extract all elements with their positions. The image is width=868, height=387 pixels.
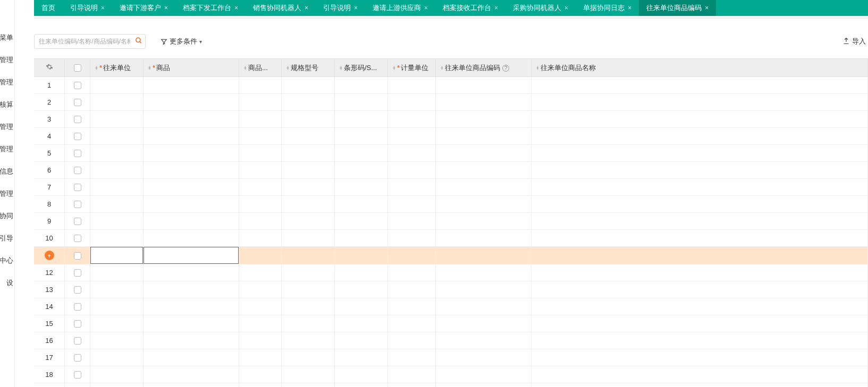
- tab[interactable]: 采购协同机器人×: [505, 0, 576, 16]
- cell[interactable]: [282, 196, 335, 213]
- cell[interactable]: [335, 264, 388, 281]
- row-checkbox[interactable]: [74, 371, 81, 379]
- cell[interactable]: [144, 332, 239, 349]
- cell[interactable]: [282, 281, 335, 298]
- cell[interactable]: [388, 247, 436, 264]
- cell[interactable]: [532, 145, 868, 162]
- cell[interactable]: [90, 145, 144, 162]
- column-header-ptype[interactable]: 商品...: [239, 59, 282, 77]
- cell[interactable]: [239, 281, 282, 298]
- cell[interactable]: [282, 366, 335, 383]
- cell[interactable]: [239, 315, 282, 332]
- cell[interactable]: [335, 213, 388, 230]
- cell[interactable]: [335, 281, 388, 298]
- cell[interactable]: [239, 94, 282, 111]
- close-icon[interactable]: ×: [628, 4, 631, 12]
- cell[interactable]: [282, 145, 335, 162]
- cell[interactable]: [144, 179, 239, 196]
- cell[interactable]: [144, 230, 239, 247]
- cell[interactable]: [282, 179, 335, 196]
- cell[interactable]: [144, 128, 239, 145]
- sidebar-item[interactable]: 协同: [0, 205, 14, 227]
- table-row[interactable]: +: [34, 247, 868, 264]
- cell[interactable]: [239, 366, 282, 383]
- cell[interactable]: [90, 264, 144, 281]
- column-header-unit[interactable]: *往来单位: [90, 59, 144, 77]
- cell[interactable]: [532, 213, 868, 230]
- cell[interactable]: [239, 77, 282, 94]
- cell[interactable]: [90, 196, 144, 213]
- sort-icon[interactable]: [148, 66, 151, 70]
- cell[interactable]: [282, 298, 335, 315]
- cell[interactable]: [90, 332, 144, 349]
- table-row[interactable]: 18: [34, 366, 868, 383]
- cell[interactable]: [335, 196, 388, 213]
- sort-icon[interactable]: [440, 66, 444, 70]
- cell[interactable]: [335, 383, 388, 387]
- table-row[interactable]: 9: [34, 213, 868, 230]
- tab[interactable]: 档案接收工作台×: [435, 0, 505, 16]
- cell[interactable]: [532, 111, 868, 128]
- cell[interactable]: [436, 349, 532, 366]
- tab[interactable]: 单据协同日志×: [576, 0, 639, 16]
- cell[interactable]: [335, 230, 388, 247]
- sidebar-item[interactable]: 管理: [0, 138, 14, 160]
- cell[interactable]: [335, 298, 388, 315]
- cell[interactable]: [144, 383, 239, 387]
- cell[interactable]: [436, 111, 532, 128]
- cell[interactable]: [388, 145, 436, 162]
- cell[interactable]: [239, 111, 282, 128]
- table-row[interactable]: 15: [34, 315, 868, 332]
- cell[interactable]: [90, 111, 144, 128]
- sidebar-item[interactable]: 核算: [0, 93, 14, 116]
- cell[interactable]: [282, 383, 335, 387]
- close-icon[interactable]: ×: [494, 4, 498, 12]
- cell[interactable]: [282, 77, 335, 94]
- cell[interactable]: [335, 162, 388, 179]
- cell[interactable]: [239, 196, 282, 213]
- tab[interactable]: 邀请下游客户×: [112, 0, 175, 16]
- sidebar-item[interactable]: 管理: [0, 49, 14, 71]
- cell[interactable]: [282, 128, 335, 145]
- cell[interactable]: [388, 366, 436, 383]
- table-row[interactable]: 10: [34, 230, 868, 247]
- table-row[interactable]: 5: [34, 145, 868, 162]
- cell[interactable]: [532, 315, 868, 332]
- cell[interactable]: [335, 111, 388, 128]
- cell[interactable]: [436, 162, 532, 179]
- row-checkbox[interactable]: [74, 133, 81, 140]
- cell[interactable]: [532, 162, 868, 179]
- gear-icon[interactable]: [46, 64, 53, 72]
- cell[interactable]: [90, 128, 144, 145]
- column-header-ucode[interactable]: 往来单位商品编码?: [436, 59, 532, 77]
- cell[interactable]: [144, 315, 239, 332]
- cell[interactable]: [388, 315, 436, 332]
- cell[interactable]: [144, 94, 239, 111]
- tab[interactable]: 销售协同机器人×: [246, 0, 316, 16]
- cell[interactable]: [90, 383, 144, 387]
- table-row[interactable]: 16: [34, 332, 868, 349]
- cell-input[interactable]: [144, 247, 239, 264]
- cell[interactable]: [239, 230, 282, 247]
- cell[interactable]: [436, 264, 532, 281]
- cell[interactable]: [532, 332, 868, 349]
- cell[interactable]: [239, 145, 282, 162]
- cell[interactable]: [436, 298, 532, 315]
- cell[interactable]: [239, 179, 282, 196]
- cell[interactable]: [532, 179, 868, 196]
- table-row[interactable]: 19: [34, 383, 868, 387]
- cell[interactable]: [388, 383, 436, 387]
- cell[interactable]: [532, 247, 868, 264]
- table-row[interactable]: 1: [34, 77, 868, 94]
- cell[interactable]: [239, 298, 282, 315]
- cell[interactable]: [436, 196, 532, 213]
- row-checkbox[interactable]: [74, 184, 81, 191]
- cell[interactable]: [144, 145, 239, 162]
- cell[interactable]: [90, 179, 144, 196]
- cell[interactable]: [90, 366, 144, 383]
- table-row[interactable]: 4: [34, 128, 868, 145]
- cell[interactable]: [436, 213, 532, 230]
- sidebar-item[interactable]: 引导: [0, 227, 14, 250]
- tab[interactable]: 档案下发工作台×: [175, 0, 246, 16]
- cell[interactable]: [144, 196, 239, 213]
